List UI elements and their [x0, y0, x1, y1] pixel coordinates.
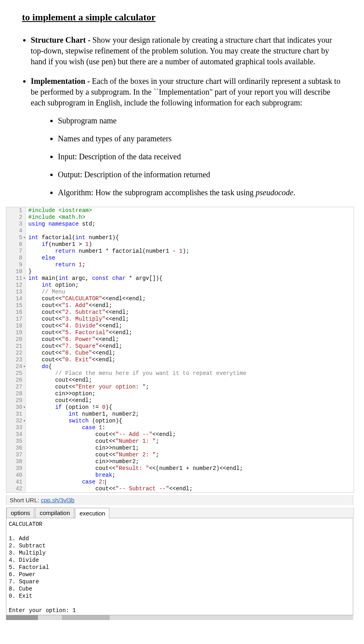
code-token: 0 [102, 404, 105, 410]
code-token: <<(number1 + number2)<<endl; [149, 465, 243, 472]
tab-compilation[interactable]: compilation [35, 507, 74, 518]
code-token: cout<< [28, 323, 62, 329]
code-token: "Number 2: " [115, 452, 156, 458]
code-token: "6. Power" [62, 336, 95, 343]
code-token: <<endl; [152, 431, 176, 438]
code-token: cout<< [28, 485, 115, 492]
code-token [28, 370, 55, 376]
code-token: ; [156, 452, 159, 458]
code-token: if [55, 404, 62, 410]
code-token: "Enter your option: " [75, 384, 146, 390]
code-token: ; [146, 384, 149, 390]
fold-icon[interactable]: ▾ [23, 275, 26, 282]
execution-output[interactable]: CALCULATOR 1. Add 2. Subtract 3. Multipl… [6, 518, 353, 615]
code-token: case [82, 424, 95, 431]
code-token [75, 262, 79, 268]
code-token: ); [183, 248, 190, 254]
scrollbar[interactable] [6, 615, 353, 620]
sub-item-params: Names and types of any parameters [58, 133, 342, 144]
code-token: * argv[]){ [126, 275, 162, 281]
code-token: number1 * factorial(number1 - [75, 248, 179, 254]
code-token: "4. Divide" [62, 323, 99, 329]
code-token: number1){ [85, 234, 119, 241]
code-token: cin>>option; [28, 390, 95, 397]
code-token: <<endl; [92, 350, 116, 356]
code-token: <<endl; [169, 485, 193, 492]
code-token: cout<< [28, 336, 62, 343]
code-token: cin>>number2; [28, 458, 139, 465]
code-token: int [28, 275, 38, 281]
code-token: "5. Factorial" [62, 329, 109, 336]
code-token: 2 [99, 479, 102, 485]
code-token: cout<< [28, 431, 115, 438]
fold-icon[interactable]: ▾ [23, 234, 26, 241]
code-token: "-- Add --" [115, 431, 152, 438]
impl-heading: Implementation - [31, 77, 92, 85]
code-token: int [42, 282, 52, 288]
code-editor[interactable]: 1#include <iostream> 2#include <math.h> … [6, 207, 354, 493]
sub-item-algorithm: Algorithm: How the subprogram accomplish… [58, 187, 342, 198]
code-token: "8. Cube" [62, 350, 92, 356]
algo-em: pseudocode [255, 188, 293, 197]
short-url-row: Short URL: cpp.sh/3vl3b [6, 495, 353, 505]
sub-item-output: Output: Description of the information r… [58, 169, 342, 180]
sub-list: Subprogram name Names and types of any p… [31, 115, 342, 198]
code-token: <<endl; [92, 357, 116, 363]
code-token: cout<< [28, 329, 62, 336]
scroll-thumb[interactable] [62, 615, 110, 620]
code-token: 1 [179, 248, 182, 254]
sub-item-input: Input: Description of the data received [58, 151, 342, 162]
short-url-link[interactable]: cpp.sh/3vl3b [41, 497, 74, 503]
code-token [28, 241, 42, 248]
code-token: using [28, 221, 48, 227]
sub-item-name: Subprogram name [58, 115, 342, 126]
code-token: int [75, 234, 85, 241]
code-token: "1. Add" [62, 302, 89, 309]
code-token [28, 411, 69, 417]
code-token: (number1 > [48, 241, 85, 248]
code-token: ; [112, 472, 115, 478]
code-token: cout<< [28, 452, 115, 458]
code-token: cout<< [28, 465, 115, 472]
code-token: <<endl; [99, 323, 122, 329]
short-url-label: Short URL: [10, 497, 41, 503]
tab-execution[interactable]: execution [75, 508, 109, 518]
code-token: if [42, 241, 49, 248]
code-token [28, 282, 42, 288]
code-token: <<endl; [95, 336, 119, 343]
tab-options[interactable]: options [6, 507, 34, 518]
code-token: case [82, 479, 95, 485]
code-token [28, 248, 55, 254]
code-token: argc, [69, 275, 92, 281]
code-token [28, 289, 42, 295]
scroll-thumb[interactable] [6, 615, 38, 620]
code-token: "-- Subtract --" [115, 485, 169, 492]
code-token: cout<<endl; [28, 397, 92, 404]
fold-icon[interactable]: ▾ [23, 363, 26, 370]
code-token: cout<< [28, 343, 62, 349]
code-token [28, 418, 69, 424]
bullet-structure: Structure Chart - Show your design ratio… [31, 35, 342, 67]
code-token [28, 404, 55, 410]
fold-icon[interactable]: ▾ [23, 418, 26, 424]
code-token: <iostream> [59, 207, 92, 214]
code-token: "Number 1: " [115, 438, 156, 444]
code-token: "7. Square" [62, 343, 99, 349]
code-token: <<endl; [99, 343, 122, 349]
code-token: <math.h> [59, 214, 85, 220]
code-token [28, 255, 42, 261]
code-token: ){ [105, 404, 112, 410]
main-list: Structure Chart - Show your design ratio… [22, 35, 342, 198]
code-token [28, 363, 42, 370]
code-token: char [112, 275, 126, 281]
code-token: cin>>number1; [28, 445, 139, 451]
code-token: std; [79, 221, 95, 227]
code-token: <<endl; [105, 309, 129, 315]
code-token: (option != [62, 404, 102, 410]
code-token: cout<<endl; [28, 377, 92, 383]
fold-icon[interactable]: ▾ [23, 404, 26, 411]
code-token: #include [28, 207, 59, 214]
code-token: "Result: " [115, 465, 149, 472]
code-token: return [55, 262, 75, 268]
code-token: switch [69, 418, 89, 424]
